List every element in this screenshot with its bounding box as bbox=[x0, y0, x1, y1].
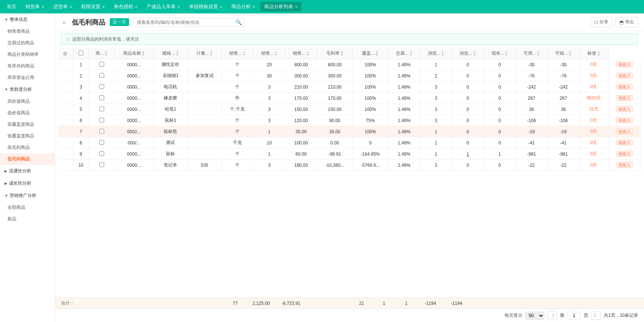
row-checkbox-input[interactable] bbox=[99, 129, 104, 134]
row-checkbox-input[interactable] bbox=[99, 118, 104, 122]
col-coverage[interactable]: 覆盖...▲▼ bbox=[352, 48, 388, 59]
search-input[interactable] bbox=[137, 20, 234, 25]
col-trade[interactable]: 交易...▲▼ bbox=[388, 48, 420, 59]
row-checkbox[interactable] bbox=[89, 104, 115, 115]
tag-badge: 低收入 bbox=[616, 73, 633, 79]
page-size-select[interactable]: 50 100 200 bbox=[525, 312, 544, 320]
row-checkbox-input[interactable] bbox=[99, 162, 104, 167]
page-number-input[interactable] bbox=[567, 312, 581, 319]
sidebar-item-all-products[interactable]: 全部商品 bbox=[0, 202, 55, 213]
nav-product-analysis-close[interactable]: ✕ bbox=[252, 5, 255, 9]
col-sale-qty[interactable]: 销售...▲▼ bbox=[221, 48, 253, 59]
row-checkbox-input[interactable] bbox=[99, 73, 104, 78]
sidebar-group-marketing[interactable]: ▼ 营销推广分析 bbox=[0, 189, 55, 202]
row-checkbox[interactable] bbox=[89, 59, 115, 70]
sidebar-item-high-coverage[interactable]: 高覆盖度商品 bbox=[0, 119, 55, 130]
sidebar-item-in-stock[interactable]: 有库存的商品 bbox=[0, 60, 55, 72]
col-sale-amount[interactable]: 销售...▲▼ bbox=[285, 48, 317, 59]
sidebar-item-low-margin[interactable]: 低毛利商品 bbox=[0, 153, 55, 165]
period-tag[interactable]: 近一月 bbox=[110, 18, 129, 26]
nav-template[interactable]: 单据模板设置✕ bbox=[185, 2, 226, 12]
row-checkbox-input[interactable] bbox=[99, 140, 104, 145]
nav-roles-close[interactable]: ✕ bbox=[135, 5, 138, 9]
col-tag[interactable]: 标签▲▼ bbox=[579, 48, 608, 59]
table-row: 6 0000... 鼠标1 个 3 120.00 90.00 75% 1.49%… bbox=[58, 115, 641, 126]
sidebar-item-category-rate[interactable]: 商品分类助销率 bbox=[0, 49, 55, 60]
row-code: 0000... bbox=[114, 59, 153, 70]
row-coverage: 1.49% bbox=[388, 70, 420, 82]
col-current-stock[interactable]: 现有...▲▼ bbox=[484, 48, 516, 59]
sidebar-group-liquidity[interactable]: ▶ 流通性分析 bbox=[0, 165, 55, 177]
row-checkbox[interactable] bbox=[89, 93, 115, 104]
col-gross-margin[interactable]: 毛利率▲▼ bbox=[317, 48, 352, 59]
row-available: -76 bbox=[547, 70, 579, 82]
sidebar-item-low-coverage[interactable]: 低覆盖度商品 bbox=[0, 130, 55, 142]
row-settings bbox=[58, 137, 73, 149]
row-checkbox-input[interactable] bbox=[99, 62, 104, 67]
sidebar-item-high-margin[interactable]: 高毛利商品 bbox=[0, 142, 55, 153]
row-saleable: 0天 bbox=[579, 160, 608, 171]
sidebar-item-traded-products[interactable]: 交易过的商品 bbox=[0, 37, 55, 49]
col-spec[interactable]: 规格...▲▼ bbox=[154, 48, 188, 59]
nav-products-in-close[interactable]: ✕ bbox=[177, 5, 180, 9]
row-checkbox-input[interactable] bbox=[99, 151, 104, 156]
sidebar-group-overall[interactable]: ▼ 整体信息 bbox=[0, 13, 55, 26]
row-checkbox[interactable] bbox=[89, 126, 115, 137]
row-view1-value[interactable]: 1 bbox=[467, 152, 469, 157]
nav-product-analysis[interactable]: 商品分析✕ bbox=[228, 2, 259, 12]
col-saleable[interactable]: 可销...▲▼ bbox=[547, 48, 579, 59]
sidebar-group-growth[interactable]: ▶ 成长性分析 bbox=[0, 177, 55, 189]
row-checkbox-input[interactable] bbox=[99, 106, 104, 111]
nav-permissions-close[interactable]: ✕ bbox=[102, 5, 105, 9]
nav-permissions[interactable]: 权限设置✕ bbox=[77, 2, 109, 12]
row-unit: 个 bbox=[221, 160, 253, 171]
nav-sales[interactable]: 销货单✕ bbox=[22, 2, 48, 12]
prev-page-btn[interactable]: 〈 bbox=[547, 311, 557, 320]
col-unit[interactable]: 计量...▲▼ bbox=[188, 48, 221, 59]
col-settings[interactable]: ⚙ bbox=[58, 48, 73, 59]
row-checkbox[interactable] bbox=[89, 137, 115, 149]
sidebar-item-high-value[interactable]: 高价值商品 bbox=[0, 96, 55, 107]
nav-purchase[interactable]: 进货单✕ bbox=[49, 2, 76, 12]
search-icon[interactable]: 🔍 bbox=[236, 19, 242, 25]
nav-product-analysis-list[interactable]: 商品分析列表✕ bbox=[260, 2, 301, 12]
row-checkbox[interactable] bbox=[89, 149, 115, 160]
row-name: 吴细细1 bbox=[154, 70, 188, 82]
col-view2[interactable]: 浏览...▲▼ bbox=[452, 48, 484, 59]
export-button[interactable]: ⬒ 导出 bbox=[615, 17, 638, 27]
sidebar: ▼ 整体信息 销售类商品 交易过的商品 商品分类助销率 有库存的商品 库存资金占… bbox=[0, 13, 55, 322]
next-page-btn[interactable]: 〉 bbox=[591, 311, 601, 320]
row-checkbox[interactable] bbox=[89, 115, 115, 126]
row-no: 7 bbox=[73, 126, 89, 137]
row-checkbox[interactable] bbox=[89, 70, 115, 82]
col-checkbox[interactable] bbox=[73, 48, 89, 59]
sidebar-item-low-value[interactable]: 低价值商品 bbox=[0, 107, 55, 119]
sidebar-group-cluster[interactable]: ▼ 类群度分析 bbox=[0, 83, 55, 96]
col-available[interactable]: 可用...▲▼ bbox=[516, 48, 548, 59]
row-sale-qty: 20 bbox=[253, 59, 285, 70]
nav-product-analysis-list-close[interactable]: ✕ bbox=[295, 5, 298, 9]
sidebar-item-new-products[interactable]: 新品 bbox=[0, 213, 55, 225]
sidebar-collapse-btn[interactable]: « bbox=[61, 19, 67, 26]
row-checkbox-input[interactable] bbox=[99, 95, 104, 100]
col-view1[interactable]: 浏览...▲▼ bbox=[420, 48, 452, 59]
row-checkbox[interactable] bbox=[89, 160, 115, 171]
nav-template-close[interactable]: ✕ bbox=[220, 5, 222, 9]
col-sale-price[interactable]: 销售...▲▼ bbox=[253, 48, 285, 59]
row-sale-amount: 0.00 bbox=[317, 137, 352, 149]
nav-sales-close[interactable]: ✕ bbox=[41, 5, 44, 9]
nav-purchase-close[interactable]: ✕ bbox=[69, 5, 72, 9]
share-button[interactable]: ⬡ 分享 bbox=[590, 17, 612, 27]
col-code[interactable]: 商...▲▼ bbox=[89, 48, 115, 59]
row-checkbox-input[interactable] bbox=[99, 84, 104, 89]
row-view1[interactable]: 1 bbox=[452, 149, 484, 160]
col-name[interactable]: 商品名称▲▼ bbox=[114, 48, 153, 59]
sidebar-item-stock-capital[interactable]: 库存资金占用 bbox=[0, 72, 55, 83]
row-checkbox[interactable] bbox=[89, 82, 115, 93]
select-all-checkbox[interactable] bbox=[79, 51, 83, 55]
row-tag: 低收入 bbox=[608, 104, 641, 115]
nav-roles[interactable]: 角色授权✕ bbox=[110, 2, 141, 12]
nav-products-in[interactable]: 产成品入库单✕ bbox=[143, 2, 184, 12]
sidebar-item-sales-products[interactable]: 销售类商品 bbox=[0, 26, 55, 37]
nav-home[interactable]: 首页 bbox=[3, 2, 20, 12]
